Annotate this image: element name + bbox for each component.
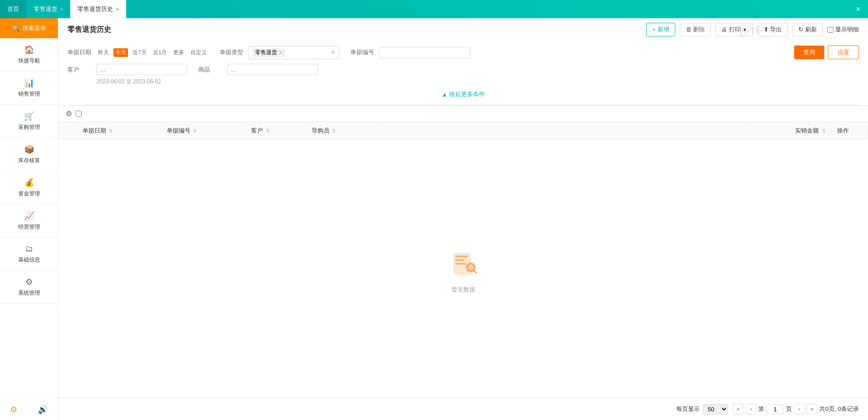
- date-1month[interactable]: 近1月: [151, 48, 169, 57]
- set-button-label: 设置: [837, 49, 849, 56]
- th-date[interactable]: 单据日期 ⇅: [77, 122, 161, 140]
- collapse-container: ▲ 收起更多条件: [67, 88, 859, 100]
- tab-retail-return-history-label: 零售退货历史: [77, 5, 113, 13]
- add-button[interactable]: + 新增: [646, 23, 675, 36]
- th-guide[interactable]: 导购员 ⇅: [306, 122, 378, 140]
- chevron-down-icon: ▼: [330, 50, 335, 55]
- sidebar-item-purchase[interactable]: 🛒 采购管理: [0, 105, 58, 138]
- date-more[interactable]: 更多: [171, 48, 186, 57]
- search-icon: 🔍: [12, 25, 20, 32]
- tab-retail-return-close[interactable]: ×: [60, 6, 63, 12]
- tab-retail-return-label: 零售退货: [34, 5, 57, 13]
- filter-goods-input[interactable]: [227, 64, 318, 75]
- filter-customer: 客户: [67, 64, 187, 75]
- delete-button[interactable]: 🗑 删除: [680, 23, 711, 36]
- svg-rect-3: [455, 259, 464, 261]
- pagination-nav: « ‹ 第 页 › » 共0页, 0条记录: [733, 404, 859, 415]
- settings-bottom-icon[interactable]: ⚙: [10, 405, 17, 415]
- sort-guide-icon: ⇅: [332, 128, 336, 133]
- type-tag: 零售退货 ×: [252, 48, 284, 57]
- nav-tabs: 首页 零售退货 × 零售退货历史 ×: [0, 0, 848, 18]
- sidebar-item-sales[interactable]: 📊 销售管理: [0, 72, 58, 105]
- table-toolbar: ⚙: [58, 106, 868, 122]
- query-button-label: 查询: [803, 49, 815, 56]
- tab-retail-return-history-close[interactable]: ×: [116, 6, 118, 12]
- sidebar-item-inventory[interactable]: 📦 库存核算: [0, 138, 58, 171]
- date-shortcuts: 昨天 今天 近7天 近1月 更多 自定义: [96, 48, 209, 57]
- display-detail-input[interactable]: [827, 27, 833, 33]
- query-set-buttons: 查询 设置: [794, 46, 859, 59]
- date-today[interactable]: 今天: [113, 48, 128, 57]
- pagination: 每页显示 20 50 100 « ‹ 第 页 › » 共0页, 0条记录: [58, 398, 868, 420]
- refresh-button-label: ↻ 刷新: [798, 26, 817, 34]
- refresh-button[interactable]: ↻ 刷新: [792, 23, 823, 36]
- filter-goods: 商品: [198, 64, 318, 75]
- th-action-label: 操作: [837, 127, 849, 134]
- th-number-label: 单据编号: [167, 127, 190, 134]
- date-yesterday[interactable]: 昨天: [96, 48, 111, 57]
- page-size-select[interactable]: 20 50 100: [703, 404, 728, 415]
- filter-number-input[interactable]: [379, 47, 470, 58]
- top-nav: 首页 零售退货 × 零售退货历史 × ×: [0, 0, 868, 18]
- empty-icon: [445, 244, 482, 280]
- page-first-button[interactable]: «: [733, 404, 744, 415]
- display-detail-checkbox[interactable]: 显示明细: [827, 26, 859, 34]
- sidebar-item-quick-nav-label: 快捷导航: [18, 57, 40, 65]
- page-prev-button[interactable]: ‹: [745, 404, 756, 415]
- page-input[interactable]: [766, 405, 784, 414]
- sidebar-item-basic-info-label: 基础信息: [18, 256, 40, 264]
- filter-type-select[interactable]: 零售退货 × ▼: [248, 46, 339, 59]
- svg-rect-4: [455, 263, 466, 265]
- finance-icon: 💰: [24, 178, 34, 188]
- select-all-checkbox[interactable]: [76, 111, 82, 117]
- date-7days[interactable]: 近7天: [131, 48, 149, 57]
- add-button-label: + 新增: [652, 26, 669, 34]
- page-next-button[interactable]: ›: [794, 404, 805, 415]
- th-spacer: [378, 122, 747, 140]
- content-area: 零售退货历史 + 新增 🗑 删除 🖨 打印 ▼ ⬆ 导出: [58, 18, 868, 420]
- export-button[interactable]: ⬆ 导出: [758, 23, 788, 36]
- type-tag-close[interactable]: ×: [279, 50, 282, 55]
- date-custom[interactable]: 自定义: [189, 48, 209, 57]
- filter-row-1: 单据日期 昨天 今天 近7天 近1月 更多 自定义 单据类型: [67, 46, 859, 59]
- sidebar-item-system[interactable]: ⚙ 系统管理: [0, 271, 58, 304]
- empty-state: 暂无数据: [58, 140, 868, 398]
- th-amount-label: 实销金额: [795, 127, 819, 134]
- sidebar-item-operations[interactable]: 📈 经营管理: [0, 205, 58, 238]
- delete-button-label: 🗑 删除: [686, 26, 705, 34]
- sort-number-icon: ⇅: [193, 128, 197, 133]
- filter-type-label: 单据类型: [220, 48, 245, 56]
- window-close-button[interactable]: ×: [848, 5, 868, 14]
- filter-goods-label: 商品: [198, 66, 223, 74]
- th-amount[interactable]: 实销金额 ⇅: [747, 122, 831, 140]
- tab-retail-return[interactable]: 零售退货 ×: [26, 0, 70, 18]
- th-number[interactable]: 单据编号 ⇅: [161, 122, 245, 140]
- collapse-button[interactable]: ▲ 收起更多条件: [442, 88, 485, 100]
- query-button[interactable]: 查询: [794, 46, 824, 59]
- tab-home-label: 首页: [7, 5, 19, 13]
- table-container: ⚙ 单据日期 ⇅ 单据编号 ⇅: [58, 106, 868, 398]
- sort-customer-icon: ⇅: [266, 128, 270, 133]
- th-action: 操作: [832, 122, 868, 140]
- page-unit: 页: [786, 405, 792, 413]
- sidebar-item-purchase-label: 采购管理: [18, 123, 40, 131]
- set-button[interactable]: 设置: [828, 46, 859, 59]
- tab-retail-return-history[interactable]: 零售退货历史 ×: [70, 0, 126, 18]
- toolbar: + 新增 🗑 删除 🖨 打印 ▼ ⬆ 导出 ↻ 刷新: [646, 23, 859, 36]
- print-button[interactable]: 🖨 打印 ▼: [715, 23, 753, 36]
- th-customer[interactable]: 客户 ⇅: [246, 122, 306, 140]
- sidebar-item-quick-nav[interactable]: 🏠 快捷导航: [0, 38, 58, 72]
- sidebar-item-sales-label: 销售管理: [18, 90, 40, 98]
- sidebar-item-basic-info[interactable]: 🗂 基础信息: [0, 238, 58, 271]
- sidebar-search[interactable]: 🔍 搜索菜单: [0, 18, 58, 38]
- svg-rect-2: [455, 256, 468, 257]
- sidebar-item-operations-label: 经营管理: [18, 223, 40, 231]
- table-header: 单据日期 ⇅ 单据编号 ⇅ 客户 ⇅ 导购员 ⇅: [58, 122, 868, 140]
- filter-customer-input[interactable]: [96, 64, 187, 75]
- volume-icon[interactable]: 🔊: [38, 405, 48, 415]
- filter-date-label: 单据日期: [67, 48, 92, 56]
- tab-home[interactable]: 首页: [0, 0, 26, 18]
- table-settings-icon[interactable]: ⚙: [66, 109, 72, 118]
- sidebar-item-finance[interactable]: 💰 资金管理: [0, 171, 58, 205]
- page-last-button[interactable]: »: [806, 404, 817, 415]
